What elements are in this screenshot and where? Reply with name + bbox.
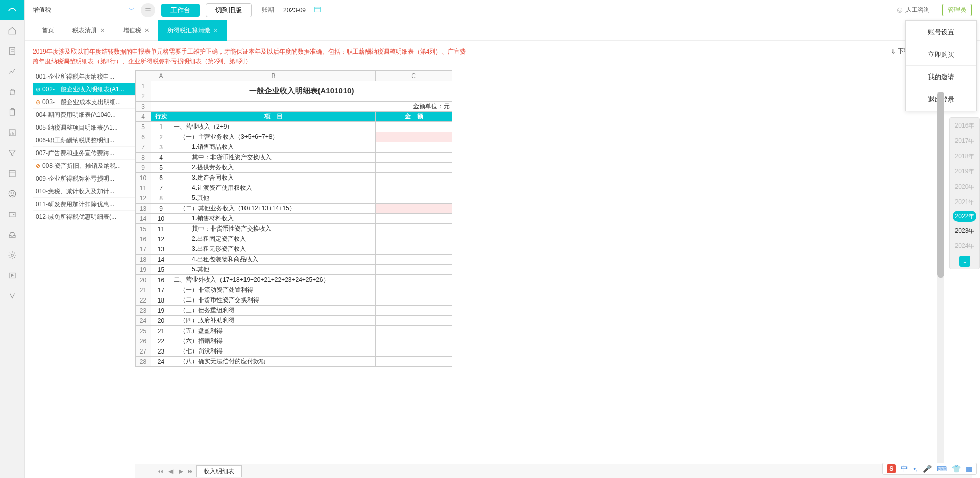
cell-item[interactable]: （三）债务重组利得 xyxy=(172,306,376,316)
cell-item[interactable]: （六）捐赠利得 xyxy=(172,336,376,346)
nav-report-icon[interactable] xyxy=(0,122,24,143)
year-2024年[interactable]: 2024年 xyxy=(950,238,979,254)
year-2021年[interactable]: 2021年 xyxy=(950,194,979,210)
report-item-3[interactable]: 004-期间费用明细表(A1040... xyxy=(33,109,135,121)
cell-amount[interactable] xyxy=(376,122,452,132)
cell-rownum[interactable]: 20 xyxy=(151,316,172,326)
ime-punct-icon[interactable]: •, xyxy=(913,465,918,473)
report-item-7[interactable]: ⊘008-资产折旧、摊销及纳税... xyxy=(33,160,135,172)
row-header[interactable]: 19 xyxy=(136,265,151,275)
row-header[interactable]: 11 xyxy=(136,183,151,193)
cell-rownum[interactable]: 10 xyxy=(151,214,172,224)
ime-keyboard-icon[interactable]: ⌨ xyxy=(937,465,947,473)
year-2017年[interactable]: 2017年 xyxy=(950,133,979,148)
cell-amount[interactable] xyxy=(376,183,452,193)
report-item-2[interactable]: ⊘003-一般企业成本支出明细... xyxy=(33,96,135,109)
sheet-nav-prev-icon[interactable]: ◀ xyxy=(165,468,176,475)
year-expand-icon[interactable]: ⌄ xyxy=(959,256,970,267)
report-item-1[interactable]: ⊘002-一般企业收入明细表(A1... xyxy=(33,83,135,96)
nav-home-icon[interactable] xyxy=(0,20,24,41)
cell-item[interactable]: （一）非流动资产处置利得 xyxy=(172,285,376,295)
cell-rownum[interactable]: 5 xyxy=(151,163,172,173)
year-2022年[interactable]: 2022年 xyxy=(953,211,976,222)
user-menu-item-1[interactable]: 立即购买 xyxy=(906,43,976,66)
nav-gear-icon[interactable] xyxy=(0,245,24,265)
cell-rownum[interactable]: 17 xyxy=(151,285,172,295)
cell-amount[interactable] xyxy=(376,275,452,285)
col-header-B[interactable]: B xyxy=(172,71,376,81)
row-header[interactable]: 20 xyxy=(136,275,151,285)
year-2018年[interactable]: 2018年 xyxy=(950,148,979,164)
nav-clipboard-icon[interactable] xyxy=(0,102,24,122)
cell-amount[interactable] xyxy=(376,326,452,336)
nav-video-icon[interactable] xyxy=(0,265,24,286)
app-logo[interactable] xyxy=(0,0,24,20)
cell-item[interactable]: （五）盘盈利得 xyxy=(172,326,376,336)
cell-item[interactable]: 1.销售材料收入 xyxy=(172,214,376,224)
cell-rownum[interactable]: 9 xyxy=(151,204,172,214)
year-2020年[interactable]: 2020年 xyxy=(950,179,979,194)
row-header[interactable]: 14 xyxy=(136,214,151,224)
cell-item[interactable]: 二、营业外收入（17+18+19+20+21+22+23+24+25+26） xyxy=(172,275,376,285)
cell-amount[interactable] xyxy=(376,316,452,326)
list-toggle-icon[interactable] xyxy=(141,3,155,17)
cell-rownum[interactable]: 11 xyxy=(151,224,172,234)
cell-item[interactable]: 其中：非货币性资产交换收入 xyxy=(172,153,376,163)
cell-item[interactable]: （二）非货币性资产交换利得 xyxy=(172,295,376,306)
cell-item[interactable]: 2.提供劳务收入 xyxy=(172,163,376,173)
cell-rownum[interactable]: 8 xyxy=(151,193,172,204)
sheet-tab[interactable]: 收入明细表 xyxy=(196,465,242,477)
calendar-icon[interactable] xyxy=(314,6,321,14)
consult-link[interactable]: 人工咨询 xyxy=(896,6,930,14)
cell-rownum[interactable]: 19 xyxy=(151,306,172,316)
cell-rownum[interactable]: 6 xyxy=(151,173,172,183)
tab-3[interactable]: 所得税汇算清缴✕ xyxy=(158,20,227,41)
cell-item[interactable]: 5.其他 xyxy=(172,193,376,204)
period-value[interactable]: 2023-09 xyxy=(283,7,306,14)
cell-item[interactable]: 其中：非货币性资产交换收入 xyxy=(172,224,376,234)
row-header[interactable]: 24 xyxy=(136,316,151,326)
row-header[interactable]: 25 xyxy=(136,326,151,336)
sheet-nav-first-icon[interactable]: ⏮ xyxy=(155,468,165,475)
cell-amount[interactable] xyxy=(376,204,452,214)
row-header[interactable]: 21 xyxy=(136,285,151,295)
row-header[interactable]: 9 xyxy=(136,163,151,173)
row-header[interactable]: 16 xyxy=(136,234,151,244)
cell-amount[interactable] xyxy=(376,173,452,183)
cell-rownum[interactable]: 13 xyxy=(151,244,172,255)
report-item-10[interactable]: 011-研发费用加计扣除优惠... xyxy=(33,198,135,211)
cell-amount[interactable] xyxy=(376,244,452,255)
row-header[interactable]: 18 xyxy=(136,255,151,265)
report-item-11[interactable]: 012-减免所得税优惠明细表(... xyxy=(33,211,135,223)
cell-rownum[interactable]: 18 xyxy=(151,295,172,306)
tab-1[interactable]: 税表清册✕ xyxy=(63,20,114,41)
year-2019年[interactable]: 2019年 xyxy=(950,164,979,179)
cell-amount[interactable] xyxy=(376,295,452,306)
cell-rownum[interactable]: 1 xyxy=(151,122,172,132)
report-item-0[interactable]: 001-企业所得税年度纳税申... xyxy=(33,70,135,83)
module-selector[interactable]: 增值税 ﹀ xyxy=(33,6,135,14)
row-header[interactable]: 26 xyxy=(136,336,151,346)
cell-amount[interactable] xyxy=(376,255,452,265)
ime-mic-icon[interactable]: 🎤 xyxy=(923,465,932,473)
cell-amount[interactable] xyxy=(376,285,452,295)
nav-bag-icon[interactable] xyxy=(0,82,24,102)
row-header[interactable]: 6 xyxy=(136,132,151,142)
row-header[interactable]: 22 xyxy=(136,295,151,306)
ime-grid-icon[interactable]: ▦ xyxy=(966,465,972,473)
ime-toolbar[interactable]: S 中 •, 🎤 ⌨ 👕 ▦ xyxy=(882,463,977,475)
row-header[interactable]: 8 xyxy=(136,153,151,163)
cell-rownum[interactable]: 7 xyxy=(151,183,172,193)
sheet-nav-next-icon[interactable]: ▶ xyxy=(176,468,186,475)
close-icon[interactable]: ✕ xyxy=(144,27,149,34)
cell-item[interactable]: （一）主营业务收入（3+5+6+7+8） xyxy=(172,132,376,142)
report-item-9[interactable]: 010-免税、减计收入及加计... xyxy=(33,185,135,198)
cell-amount[interactable] xyxy=(376,234,452,244)
row-header[interactable]: 12 xyxy=(136,193,151,204)
cell-item[interactable]: 4.出租包装物和商品收入 xyxy=(172,255,376,265)
admin-button[interactable]: 管理员 xyxy=(942,4,972,16)
sheet-nav-last-icon[interactable]: ⏭ xyxy=(186,468,196,475)
cell-item[interactable]: （七）罚没利得 xyxy=(172,346,376,357)
workbench-button[interactable]: 工作台 xyxy=(161,4,200,17)
nav-calendar-icon[interactable] xyxy=(0,163,24,184)
